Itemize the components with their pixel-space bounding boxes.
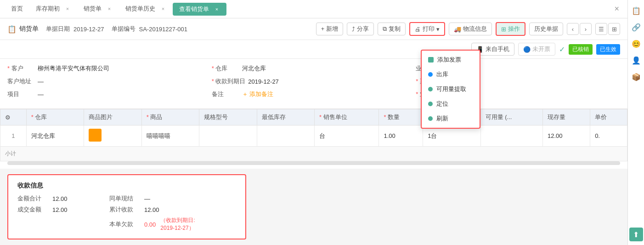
- row-sales-unit: 台: [315, 125, 379, 147]
- locate-icon: [428, 102, 433, 106]
- logistics-button[interactable]: 🚚 物流信息: [449, 23, 492, 35]
- row-product-img: [84, 125, 141, 147]
- payment-info-box: 收款信息 金额合计 12.00 同单现结 — 成交金额 12.00 累计收款 1…: [7, 174, 246, 239]
- next-button[interactable]: ›: [580, 23, 592, 35]
- tab-sales-history-close[interactable]: ×: [160, 6, 166, 12]
- copy-button[interactable]: ⧉ 复制: [378, 23, 406, 35]
- tab-home[interactable]: 首页: [5, 0, 29, 18]
- row-product: 嘻嘻嘻嘻: [141, 125, 199, 147]
- col-unit-price: 单价: [590, 109, 627, 125]
- document-meta: 单据日期 2019-12-27 单据编号 SA-20191227-001: [46, 25, 187, 33]
- sold-status-tag: 已核销: [569, 44, 593, 55]
- payment-date-label: 收款到期日: [212, 77, 246, 85]
- empty-row: [17, 217, 109, 232]
- col-min-stock: 最低库存: [257, 109, 314, 125]
- payment-grid: 金额合计 12.00 同单现结 — 成交金额 12.00 累计收款 12.00 …: [17, 194, 236, 232]
- outstanding-date: （收款到期日: 2019-12-27）: [160, 217, 201, 232]
- col-warehouse: 仓库: [26, 109, 84, 125]
- address-value: —: [38, 78, 44, 85]
- tab-sales[interactable]: 销货单 ×: [77, 0, 119, 18]
- list-view-button[interactable]: ☰: [595, 23, 607, 35]
- print-button[interactable]: 🖨 打印 ▾: [409, 22, 445, 36]
- table-row: 1 河北仓库 嘻嘻嘻嘻 台 1.00 1台 12.00 0.: [0, 125, 627, 147]
- add-invoice-icon: [428, 57, 434, 63]
- window-close-button[interactable]: ×: [610, 2, 623, 16]
- tab-inventory[interactable]: 库存期初 ×: [29, 0, 77, 18]
- address-label: 客户地址: [7, 77, 35, 85]
- new-button[interactable]: + 新增: [316, 23, 343, 35]
- col-product-img: 商品图片: [84, 109, 141, 125]
- operations-dropdown: 添加发票 出库 可用量提取 定位 刷新: [421, 50, 480, 129]
- navigation-arrows: ‹ ›: [567, 23, 592, 35]
- document-title-text: 销货单: [19, 25, 39, 33]
- locate-item[interactable]: 定位: [422, 97, 480, 111]
- customer-value: 柳州粤港平安气体有限公司: [38, 64, 109, 73]
- col-settings[interactable]: ⚙: [0, 109, 27, 125]
- row-unit-price: 0.: [590, 125, 627, 147]
- sidebar-link-icon[interactable]: 🔗: [629, 20, 643, 34]
- prev-button[interactable]: ‹: [567, 23, 579, 35]
- tab-inventory-close[interactable]: ×: [64, 6, 71, 12]
- cumulative-payment-value: 12.00: [144, 206, 159, 213]
- row-num: 1: [0, 125, 27, 147]
- grid-view-button[interactable]: ⊞: [608, 23, 620, 35]
- tab-home-label: 首页: [11, 5, 23, 13]
- tab-sales-history[interactable]: 销货单历史 ×: [119, 0, 173, 18]
- cumulative-payment-row: 累计收款 12.00: [109, 205, 201, 214]
- tab-sales-close[interactable]: ×: [106, 6, 113, 12]
- refresh-icon: [428, 116, 433, 121]
- copy-icon: ⧉: [383, 25, 387, 33]
- share-button[interactable]: ⤴ 分享: [347, 23, 374, 35]
- tab-view-sales-label: 查看销货单: [179, 5, 209, 13]
- locate-label: 定位: [436, 100, 448, 108]
- row-min-stock: [257, 125, 314, 147]
- add-remark-button[interactable]: ＋ 添加备注: [242, 90, 273, 98]
- deal-amount-label: 成交金额: [17, 205, 50, 214]
- history-button[interactable]: 历史单据: [529, 23, 563, 35]
- outbound-label: 出库: [436, 70, 448, 79]
- row-quantity: 1.00: [379, 125, 423, 147]
- warehouse-value: 河北仓库: [242, 64, 266, 73]
- warehouse-label: 仓库: [212, 64, 239, 73]
- sidebar-package-icon[interactable]: 📦: [629, 70, 643, 84]
- customer-label: 客户: [7, 64, 35, 73]
- view-toggle: ☰ ⊞: [595, 23, 620, 35]
- payment-title: 收款信息: [17, 182, 236, 190]
- table-header-row: ⚙ 仓库 商品图片 商品 规格型号 最低库存 销售单位 数量 包装数量 可用量 …: [0, 109, 627, 125]
- subtotal-label: 小计: [0, 147, 627, 161]
- available-pickup-label: 可用量提取: [436, 85, 466, 93]
- available-pickup-item[interactable]: 可用量提取: [422, 82, 480, 97]
- outbound-item[interactable]: 出库: [422, 67, 480, 82]
- col-product: 商品: [141, 109, 199, 125]
- outstanding-label: 本单欠款: [109, 220, 141, 228]
- operations-button[interactable]: ⊞ 操作: [496, 22, 525, 36]
- form-row-2: 客户地址 — 收款到期日 2019-12-27 票据类型 不开票: [7, 77, 620, 85]
- amount-total-label: 金额合计: [17, 194, 50, 203]
- sidebar-expand-icon[interactable]: ⬆: [629, 228, 643, 241]
- tab-view-sales-close[interactable]: ×: [214, 6, 220, 12]
- table-scrollbar[interactable]: [7, 161, 620, 165]
- col-quantity: 数量: [379, 109, 423, 125]
- sidebar-notes-icon[interactable]: 📋: [629, 4, 643, 17]
- add-invoice-item[interactable]: 添加发票: [422, 52, 480, 67]
- document-icon: 📋: [7, 25, 17, 34]
- form-row-1: 客户 柳州粤港平安气体有限公司 仓库 河北仓库 业务员 演示账号: [7, 64, 620, 73]
- product-image: [89, 129, 102, 142]
- cumulative-payment-label: 累计收款: [109, 205, 141, 214]
- add-remark-icon: ＋: [242, 90, 248, 98]
- tab-view-sales[interactable]: 查看销货单 ×: [173, 3, 226, 16]
- same-order-settle-label: 同单现结: [109, 194, 141, 203]
- available-pickup-icon: [428, 87, 433, 91]
- product-table-wrapper: ⚙ 仓库 商品图片 商品 规格型号 最低库存 销售单位 数量 包装数量 可用量 …: [0, 109, 627, 169]
- sidebar-emoji-icon[interactable]: 😊: [629, 37, 643, 51]
- deal-amount-value: 12.00: [52, 206, 68, 213]
- project-value: —: [38, 91, 44, 98]
- amount-total-row: 金额合计 12.00: [17, 194, 109, 203]
- tab-sales-label: 销货单: [84, 5, 102, 13]
- refresh-item[interactable]: 刷新: [422, 111, 480, 126]
- col-available: 可用量 (...: [480, 109, 542, 125]
- not-opened-button[interactable]: 🔵 未开票: [518, 43, 555, 56]
- remark-label: 备注: [212, 90, 239, 98]
- sidebar-user-icon[interactable]: 👤: [629, 53, 643, 67]
- col-sales-unit: 销售单位: [315, 109, 379, 125]
